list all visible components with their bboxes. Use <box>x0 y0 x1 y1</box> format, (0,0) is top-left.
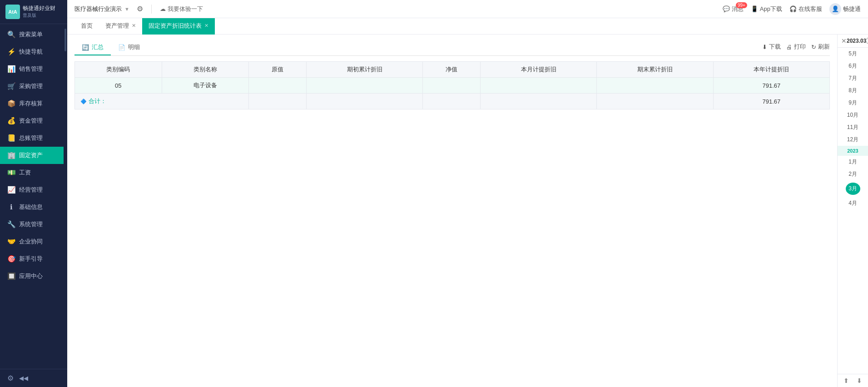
date-item-9[interactable]: 9月 <box>838 97 868 109</box>
app-logo-icon: AtA <box>5 5 20 19</box>
tab-assets[interactable]: 资产管理 ✕ <box>99 18 142 35</box>
customer-service-label: 在线客服 <box>799 5 822 13</box>
topbar-settings-icon[interactable]: ⚙ <box>137 5 143 13</box>
sidebar-item-label: 销售管理 <box>19 65 43 73</box>
topbar-right: 💬 消息 99+ 📱 App下载 🎧 在线客服 👤 畅捷通 <box>723 3 861 15</box>
sub-tab-summary[interactable]: 🔄 汇总 <box>74 40 111 55</box>
download-icon: 📱 <box>751 5 758 12</box>
sidebar-logo: AtA 畅捷通好业财 普及版 <box>0 0 67 24</box>
sub-tab-detail[interactable]: 📄 明细 <box>111 40 147 55</box>
tabs-bar: 首页 资产管理 ✕ 固定资产折旧统计表 ✕ <box>67 18 868 35</box>
customer-service-button[interactable]: 🎧 在线客服 <box>789 5 822 13</box>
cell-ending-dep <box>597 78 713 94</box>
col-original: 原值 <box>249 62 307 78</box>
date-panel-bottom: ⬆ ⬇ <box>838 374 868 387</box>
date-panel-list: 5月 6月 7月 8月 9月 10月 11月 12月 2023 1月 2月 3月… <box>838 48 868 374</box>
collapse-icon[interactable]: ◀◀ <box>19 375 28 382</box>
date-item-5[interactable]: 5月 <box>838 48 868 60</box>
date-item-11[interactable]: 11月 <box>838 121 868 134</box>
sidebar-item-label: 采购管理 <box>19 82 43 90</box>
sidebar-item-inventory[interactable]: 📦 库存核算 <box>0 95 64 112</box>
date-item-12[interactable]: 12月 <box>838 134 868 146</box>
print-label: 打印 <box>794 43 806 51</box>
sub-tab-detail-label: 明细 <box>128 43 140 51</box>
system-icon: 🔧 <box>7 220 15 228</box>
date-item-10[interactable]: 10月 <box>838 109 868 121</box>
main-panel: 🔄 汇总 📄 明细 ⬇ 下载 🖨 打印 <box>67 35 837 387</box>
sidebar-item-search[interactable]: 🔍 搜索菜单 <box>0 26 64 43</box>
tab-depreciation-close-icon[interactable]: ✕ <box>204 23 208 29</box>
date-item-6[interactable]: 6月 <box>838 60 868 72</box>
user-profile[interactable]: 👤 畅捷通 <box>829 3 861 15</box>
sidebar-item-system[interactable]: 🔧 系统管理 <box>0 216 64 233</box>
sidebar-item-label: 经营管理 <box>19 186 43 194</box>
company-name: 医疗器械行业演示 <box>74 5 122 13</box>
fixed-assets-icon: 🏢 <box>7 151 15 159</box>
sidebar-item-fixed-assets[interactable]: 🏢 固定资产 <box>0 147 64 164</box>
refresh-button[interactable]: ↻ 刷新 <box>811 43 830 51</box>
date-item-3-current[interactable]: 3月 <box>846 183 860 195</box>
date-panel-expand-icon[interactable]: ⛶ <box>866 37 868 45</box>
sidebar-item-operations[interactable]: 📈 经营管理 <box>0 181 64 198</box>
sidebar-item-salary[interactable]: 💵 工资 <box>0 164 64 181</box>
messages-badge: 99+ <box>736 2 747 8</box>
sidebar-scrollbar-thumb <box>64 29 66 51</box>
operations-icon: 📈 <box>7 186 15 194</box>
date-item-2[interactable]: 2月 <box>838 168 868 180</box>
sidebar-item-guide[interactable]: 🎯 新手引导 <box>0 250 64 268</box>
app-center-icon: 🔲 <box>7 272 15 280</box>
experience-label: 我要体验一下 <box>168 5 203 13</box>
date-next-icon[interactable]: ⬇ <box>857 377 862 384</box>
table-row: 05 电子设备 791.67 <box>75 78 830 94</box>
sidebar-item-ledger[interactable]: 📒 总账管理 <box>0 129 64 147</box>
sidebar-item-finance[interactable]: 💰 资金管理 <box>0 112 64 129</box>
download-button[interactable]: ⬇ 下载 <box>762 43 781 51</box>
quick-nav-icon: ⚡ <box>7 48 15 56</box>
app-name: 畅捷通好业财 <box>23 5 55 12</box>
tab-depreciation[interactable]: 固定资产折旧统计表 ✕ <box>142 18 215 35</box>
print-button[interactable]: 🖨 打印 <box>786 43 806 51</box>
message-icon: 💬 <box>723 5 730 12</box>
total-annual-dep: 791.67 <box>713 94 829 109</box>
tab-home[interactable]: 首页 <box>74 18 99 35</box>
sidebar-item-sales[interactable]: 📊 销售管理 <box>0 60 64 78</box>
tab-assets-close-icon[interactable]: ✕ <box>132 23 136 29</box>
cell-monthly-dep <box>481 78 597 94</box>
sub-tabs: 🔄 汇总 📄 明细 ⬇ 下载 🖨 打印 <box>74 40 830 56</box>
topbar: 医疗器械行业演示 ▼ ⚙ ☁ 我要体验一下 💬 消息 99+ 📱 App下载 🎧… <box>67 0 868 18</box>
cell-net <box>423 78 481 94</box>
sidebar-item-app-center[interactable]: 🔲 应用中心 <box>0 268 64 285</box>
user-name: 畅捷通 <box>843 5 861 13</box>
date-item-1[interactable]: 1月 <box>838 156 868 168</box>
refresh-icon: ↻ <box>811 44 816 50</box>
company-selector[interactable]: 医疗器械行业演示 ▼ <box>74 5 129 13</box>
date-item-7[interactable]: 7月 <box>838 72 868 84</box>
date-panel-close-icon[interactable]: ✕ <box>841 37 847 45</box>
date-panel: ✕ 2023.03 ⛶ 5月 6月 7月 8月 9月 10月 11月 12月 2… <box>837 35 868 387</box>
sidebar: AtA 畅捷通好业财 普及版 🔍 搜索菜单 ⚡ 快捷导航 📊 销售管理 🛒 <box>0 0 67 387</box>
print-icon: 🖨 <box>786 44 792 50</box>
app-download-label: App下载 <box>760 5 782 13</box>
total-label-cell: 🔷 合计： <box>75 94 249 109</box>
sidebar-item-quick-nav[interactable]: ⚡ 快捷导航 <box>0 43 64 60</box>
col-initial-dep: 期初累计折旧 <box>307 62 423 78</box>
messages-button[interactable]: 💬 消息 99+ <box>723 5 744 13</box>
total-expand-icon[interactable]: 🔷 <box>80 99 87 104</box>
sidebar-item-purchase[interactable]: 🛒 采购管理 <box>0 78 64 95</box>
sidebar-item-label: 基础信息 <box>19 203 43 211</box>
sidebar-item-label: 工资 <box>19 169 31 177</box>
table-wrapper: 类别编码 类别名称 原值 期初累计折旧 净值 本月计提折旧 期末累计折旧 本年计… <box>74 61 830 382</box>
sidebar-item-enterprise[interactable]: 🤝 企业协同 <box>0 233 64 250</box>
detail-icon: 📄 <box>118 44 125 51</box>
sidebar-item-basic-info[interactable]: ℹ 基础信息 <box>0 198 64 216</box>
main-area: 医疗器械行业演示 ▼ ⚙ ☁ 我要体验一下 💬 消息 99+ 📱 App下载 🎧… <box>67 0 868 387</box>
cloud-icon: ☁ <box>160 5 166 12</box>
sales-icon: 📊 <box>7 65 15 73</box>
date-prev-icon[interactable]: ⬆ <box>843 377 849 384</box>
download-label: 下载 <box>769 43 781 51</box>
date-item-8[interactable]: 8月 <box>838 84 868 97</box>
date-item-4[interactable]: 4月 <box>838 197 868 209</box>
experience-button[interactable]: ☁ 我要体验一下 <box>160 5 203 13</box>
settings-footer-icon[interactable]: ⚙ <box>7 374 14 382</box>
app-download-button[interactable]: 📱 App下载 <box>751 5 782 13</box>
